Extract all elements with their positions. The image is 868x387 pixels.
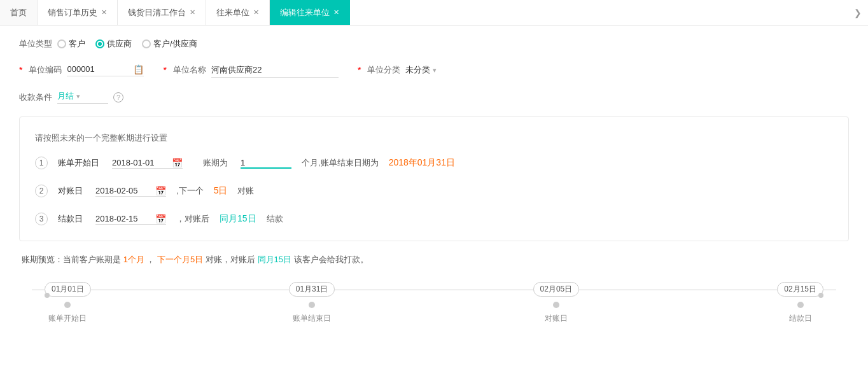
- setting-row-1: 1 账单开始日 📅 账期为 个月,账单结束日期为 2018年01月31日: [35, 157, 833, 169]
- setting-row-2: 2 对账日 📅 ,下一个 5日 对账: [35, 185, 833, 197]
- unit-type-row: 单位类型 客户 供应商 客户/供应商: [19, 38, 849, 50]
- unit-code-group: * 单位编码 📋: [19, 64, 144, 76]
- close-tab-sales-order[interactable]: ✕: [101, 8, 107, 17]
- row-num-1: 1: [35, 157, 48, 169]
- row-num-2: 2: [35, 185, 48, 197]
- setting-row-3: 3 结款日 📅 ，对账后 同月15日 结款: [35, 213, 833, 225]
- unit-category-arrow: ▾: [433, 66, 437, 74]
- start-date-input[interactable]: [112, 158, 169, 167]
- unit-category-value: 未分类: [405, 64, 430, 76]
- unit-type-radios: 客户 供应商 客户/供应商: [57, 38, 197, 50]
- reconcile-date-input[interactable]: [95, 186, 153, 195]
- unit-category-select[interactable]: 未分类 ▾: [405, 64, 437, 76]
- payment-group: 收款条件 月结 ▾ ?: [19, 90, 123, 104]
- card-title: 请按照未来的一个完整帐期进行设置: [35, 132, 833, 144]
- timeline: 01月01日 账单开始日 01月31日 账单结束日 02月05日 对账日 02月…: [19, 276, 849, 343]
- radio-circle-supplier: [95, 39, 104, 48]
- close-tab-edit-partner[interactable]: ✕: [333, 8, 339, 17]
- timeline-dot-2: [309, 302, 315, 308]
- payment-help-icon[interactable]: ?: [113, 92, 123, 102]
- reconcile-date-input-wrap: 📅: [95, 186, 166, 197]
- timeline-label-1: 01月01日: [45, 282, 91, 297]
- settings-card: 请按照未来的一个完整帐期进行设置 1 账单开始日 📅 账期为 个月,账单结束日期…: [19, 116, 849, 241]
- unit-type-label: 单位类型: [19, 38, 52, 50]
- timeline-dot-1: [64, 302, 71, 308]
- unit-code-label: 单位编码: [29, 64, 62, 76]
- tab-more-button[interactable]: ❯: [848, 0, 868, 25]
- reconcile-suffix1: ,下一个: [176, 185, 204, 197]
- row-label-3: 结款日: [58, 213, 83, 225]
- timeline-name-4: 结款日: [789, 313, 812, 324]
- period-unit-text: 个月,账单结束日期为: [302, 157, 379, 169]
- timeline-items: 01月01日 账单开始日 01月31日 账单结束日 02月05日 对账日 02月…: [32, 282, 836, 324]
- payment-date-input-wrap: 📅: [95, 214, 166, 225]
- timeline-label-3: 02月05日: [533, 282, 580, 297]
- period-end-date: 2018年01月31日: [389, 157, 455, 169]
- tab-home[interactable]: 首页: [0, 0, 38, 25]
- radio-circle-customer-supplier: [142, 39, 151, 48]
- unit-code-input-wrap: 📋: [67, 64, 144, 76]
- preview-text: 账期预览：当前客户账期是 1个月 ， 下一个月5日 对账，对账后 同月15日 该…: [19, 254, 849, 265]
- period-value-input[interactable]: [241, 158, 291, 169]
- row-label-1: 账单开始日: [58, 157, 99, 169]
- tab-bar: 首页 销售订单历史 ✕ 钱货日清工作台 ✕ 往来单位 ✕ 编辑往来单位 ✕ ❯: [0, 0, 868, 25]
- timeline-name-2: 账单结束日: [293, 313, 331, 324]
- timeline-name-3: 对账日: [545, 313, 568, 324]
- preview-part3: 同月15日: [258, 255, 291, 264]
- timeline-left-dot: [45, 293, 50, 298]
- unit-name-input[interactable]: [211, 62, 339, 78]
- timeline-point-4: 02月15日 结款日: [777, 282, 823, 324]
- unit-name-label: 单位名称: [173, 64, 206, 76]
- payment-arrow: ▾: [76, 92, 80, 101]
- payment-date-calendar-icon[interactable]: 📅: [155, 214, 166, 224]
- payment-suffix1: ，对账后: [176, 213, 209, 225]
- payment-suffix2: 结款: [267, 213, 283, 225]
- row-label-2: 对账日: [58, 185, 83, 197]
- preview-part1: 1个月: [123, 255, 144, 264]
- timeline-point-1: 01月01日 账单开始日: [45, 282, 91, 324]
- unit-info-row: * 单位编码 📋 * 单位名称 * 单位分类 未分类 ▾: [19, 62, 849, 78]
- tab-edit-partner[interactable]: 编辑往来单位 ✕: [270, 0, 350, 25]
- unit-code-icon[interactable]: 📋: [133, 64, 144, 74]
- row-num-3: 3: [35, 213, 48, 225]
- payment-select[interactable]: 月结 ▾: [57, 90, 108, 104]
- reconcile-highlight: 5日: [214, 185, 228, 197]
- close-tab-cash-work[interactable]: ✕: [190, 8, 195, 17]
- tab-partner[interactable]: 往来单位 ✕: [206, 0, 270, 25]
- payment-value: 月结: [57, 90, 74, 102]
- timeline-label-2: 01月31日: [289, 282, 335, 297]
- start-date-input-wrap: 📅: [112, 158, 183, 169]
- payment-date-input[interactable]: [95, 214, 153, 223]
- timeline-name-1: 账单开始日: [48, 313, 87, 324]
- payment-highlight: 同月15日: [220, 213, 256, 225]
- unit-category-group: * 单位分类 未分类 ▾: [358, 64, 437, 76]
- unit-name-group: * 单位名称: [163, 62, 338, 78]
- unit-type-group: 单位类型 客户 供应商 客户/供应商: [19, 38, 197, 50]
- reconcile-suffix2: 对账: [237, 185, 254, 197]
- unit-category-label: 单位分类: [367, 64, 400, 76]
- tab-cash-work[interactable]: 钱货日清工作台 ✕: [118, 0, 206, 25]
- preview-part2: 下一个月5日: [157, 255, 203, 264]
- radio-circle-customer: [57, 39, 66, 48]
- close-tab-partner[interactable]: ✕: [253, 8, 259, 17]
- radio-supplier[interactable]: 供应商: [95, 38, 132, 50]
- tab-sales-order[interactable]: 销售订单历史 ✕: [38, 0, 118, 25]
- timeline-dot-4: [797, 302, 804, 308]
- timeline-point-3: 02月05日 对账日: [533, 282, 580, 324]
- main-content: 单位类型 客户 供应商 客户/供应商 * 单位编码: [0, 25, 868, 387]
- payment-label: 收款条件: [19, 92, 52, 103]
- start-date-calendar-icon[interactable]: 📅: [172, 158, 183, 168]
- payment-row: 收款条件 月结 ▾ ?: [19, 90, 849, 104]
- reconcile-date-calendar-icon[interactable]: 📅: [155, 186, 166, 196]
- unit-code-input[interactable]: [67, 64, 130, 74]
- radio-customer-supplier[interactable]: 客户/供应商: [142, 38, 197, 50]
- radio-customer[interactable]: 客户: [57, 38, 85, 50]
- period-label: 账期为: [203, 157, 228, 169]
- timeline-dot-3: [553, 302, 559, 308]
- timeline-label-4: 02月15日: [777, 282, 823, 297]
- timeline-point-2: 01月31日 账单结束日: [289, 282, 335, 324]
- timeline-right-dot: [818, 293, 823, 298]
